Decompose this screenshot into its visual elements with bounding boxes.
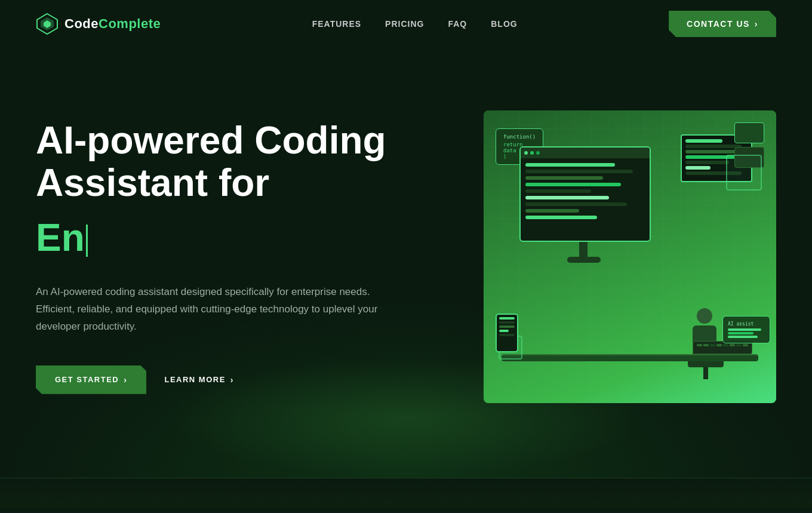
float-card-bottom: AI assist xyxy=(722,316,770,343)
hero-description: An AI-powered coding assistant designed … xyxy=(36,284,382,336)
get-started-arrow-icon: › xyxy=(124,375,127,385)
hero-section: AI-powered Coding Assistant for En An AI… xyxy=(0,48,812,478)
hero-title: AI-powered Coding Assistant for xyxy=(36,119,424,204)
get-started-button[interactable]: GET STARTED › xyxy=(36,365,146,394)
monitor-stand xyxy=(579,242,588,257)
cursor-icon xyxy=(86,225,88,257)
logo[interactable]: CodeComplete xyxy=(36,13,161,35)
hero-image-container: function() return data } xyxy=(484,110,776,403)
learn-more-arrow-icon: › xyxy=(230,375,234,385)
monitor-main xyxy=(519,146,651,242)
nav-pricing[interactable]: PRICING xyxy=(385,19,424,29)
hero-content: AI-powered Coding Assistant for En An AI… xyxy=(36,119,424,394)
nav-blog[interactable]: BLOG xyxy=(491,19,517,29)
hero-typed-text: En xyxy=(36,216,424,260)
nav-features[interactable]: FEATURES xyxy=(312,19,361,29)
nav-links: FEATURES PRICING FAQ BLOG xyxy=(312,19,518,29)
logo-text: CodeComplete xyxy=(64,16,161,32)
chair-leg xyxy=(703,367,708,379)
mobile-device xyxy=(496,314,518,352)
learn-more-button[interactable]: LEARN MORE › xyxy=(164,375,234,385)
bottom-bar xyxy=(0,478,812,508)
hero-actions: GET STARTED › LEARN MORE › xyxy=(36,365,424,394)
contact-us-button[interactable]: CONTACT US › xyxy=(669,11,776,37)
glow-square-1 xyxy=(726,155,762,191)
logo-icon xyxy=(36,13,59,35)
navbar: CodeComplete FEATURES PRICING FAQ BLOG C… xyxy=(0,0,812,48)
hero-illustration: function() return data } xyxy=(484,110,776,403)
desk-surface xyxy=(502,354,758,361)
contact-arrow-icon: › xyxy=(755,19,758,29)
monitor-base xyxy=(567,257,601,263)
nav-faq[interactable]: FAQ xyxy=(448,19,467,29)
